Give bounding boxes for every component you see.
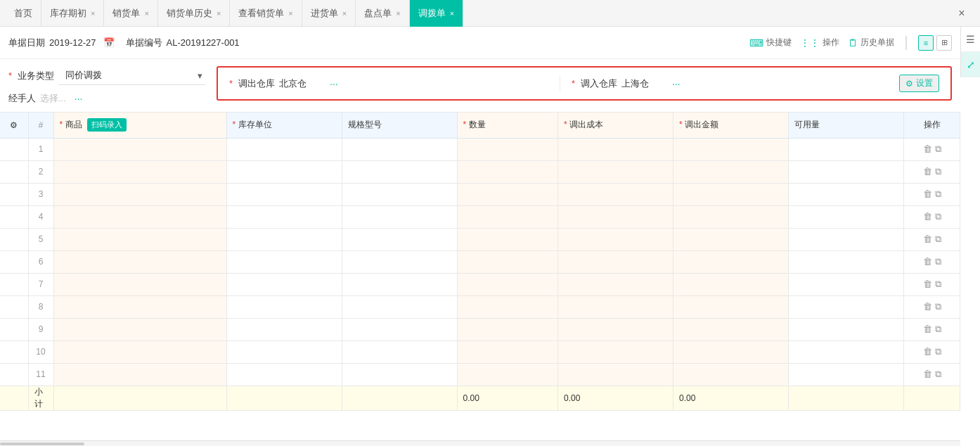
tab-sales-history[interactable]: 销货单历史 × [158, 0, 230, 27]
row-product-cell[interactable] [53, 318, 226, 340]
warehouse-in-more-button[interactable]: ··· [672, 78, 681, 89]
row-cost-cell[interactable] [558, 273, 673, 295]
delete-row-icon[interactable]: 🗑 [923, 189, 932, 199]
delete-row-icon[interactable]: 🗑 [923, 279, 932, 289]
row-product-cell[interactable] [53, 295, 226, 318]
row-unit-cell[interactable] [226, 363, 342, 386]
copy-row-icon[interactable]: ⧉ [935, 189, 941, 199]
warehouse-out-more-button[interactable]: ··· [330, 78, 338, 89]
row-qty-cell[interactable] [457, 228, 558, 250]
history-button[interactable]: 🗒 历史单据 [848, 37, 894, 49]
delete-row-icon[interactable]: 🗑 [923, 256, 932, 267]
tab-close-view-sales[interactable]: × [288, 9, 292, 18]
shortcut-button[interactable]: ⌨ 快捷键 [749, 37, 792, 49]
row-spec-cell[interactable] [342, 340, 457, 363]
row-spec-cell[interactable] [342, 273, 457, 295]
operation-button[interactable]: ⋮⋮ 操作 [800, 37, 839, 49]
tab-inventory-init[interactable]: 库存期初 × [41, 0, 104, 27]
window-close-button[interactable]: × [952, 4, 972, 23]
row-qty-cell[interactable] [457, 273, 558, 295]
scan-entry-button[interactable]: 扫码录入 [87, 118, 127, 132]
row-product-cell[interactable] [53, 273, 226, 295]
warehouse-in-value[interactable]: 上海仓 [621, 77, 664, 90]
row-spec-cell[interactable] [342, 138, 457, 160]
row-unit-cell[interactable] [226, 295, 342, 318]
row-amount-cell[interactable] [673, 273, 789, 295]
row-product-cell[interactable] [53, 363, 226, 386]
row-spec-cell[interactable] [342, 228, 457, 250]
tab-transfer-order[interactable]: 调拨单 × [410, 0, 463, 27]
tab-close-transfer-order[interactable]: × [450, 9, 454, 18]
list-icon[interactable]: ☰ [961, 27, 981, 52]
row-spec-cell[interactable] [342, 318, 457, 340]
row-amount-cell[interactable] [673, 205, 789, 228]
row-amount-cell[interactable] [673, 138, 789, 160]
row-spec-cell[interactable] [342, 183, 457, 205]
row-product-cell[interactable] [53, 250, 226, 273]
row-cost-cell[interactable] [558, 228, 673, 250]
row-product-cell[interactable] [53, 228, 226, 250]
copy-row-icon[interactable]: ⧉ [935, 369, 941, 379]
business-type-input[interactable]: 同价调拨 ▾ [58, 66, 205, 85]
row-amount-cell[interactable] [673, 295, 789, 318]
manager-more-button[interactable]: ··· [75, 93, 83, 104]
row-unit-cell[interactable] [226, 183, 342, 205]
copy-row-icon[interactable]: ⧉ [935, 144, 941, 154]
row-qty-cell[interactable] [457, 250, 558, 273]
tab-close-purchase-order[interactable]: × [342, 9, 347, 18]
warehouse-out-value[interactable]: 北京仓 [279, 77, 321, 90]
copy-row-icon[interactable]: ⧉ [935, 301, 941, 312]
expand-icon[interactable]: ⤢ [961, 52, 981, 77]
tab-sales-order[interactable]: 销货单 × [104, 0, 157, 27]
row-qty-cell[interactable] [457, 160, 558, 183]
grid-view-button[interactable]: ⊞ [936, 35, 952, 51]
row-spec-cell[interactable] [342, 363, 457, 386]
row-cost-cell[interactable] [558, 183, 673, 205]
copy-row-icon[interactable]: ⧉ [935, 234, 941, 244]
row-spec-cell[interactable] [342, 295, 457, 318]
row-unit-cell[interactable] [226, 228, 342, 250]
tab-close-sales-history[interactable]: × [217, 9, 221, 18]
row-qty-cell[interactable] [457, 340, 558, 363]
calendar-icon[interactable]: 📅 [103, 37, 115, 48]
row-cost-cell[interactable] [558, 340, 673, 363]
row-unit-cell[interactable] [226, 160, 342, 183]
row-qty-cell[interactable] [457, 318, 558, 340]
row-cost-cell[interactable] [558, 250, 673, 273]
row-cost-cell[interactable] [558, 363, 673, 386]
row-cost-cell[interactable] [558, 138, 673, 160]
tab-purchase-order[interactable]: 进货单 × [302, 0, 356, 27]
row-unit-cell[interactable] [226, 205, 342, 228]
delete-row-icon[interactable]: 🗑 [923, 301, 932, 312]
row-amount-cell[interactable] [673, 250, 789, 273]
delete-row-icon[interactable]: 🗑 [923, 346, 932, 357]
manager-input[interactable]: 选择... [40, 92, 66, 105]
horizontal-scrollbar[interactable] [0, 440, 960, 446]
row-amount-cell[interactable] [673, 160, 789, 183]
copy-row-icon[interactable]: ⧉ [935, 166, 941, 177]
row-spec-cell[interactable] [342, 205, 457, 228]
row-product-cell[interactable] [53, 340, 226, 363]
delete-row-icon[interactable]: 🗑 [923, 324, 932, 334]
row-qty-cell[interactable] [457, 205, 558, 228]
row-unit-cell[interactable] [226, 273, 342, 295]
row-amount-cell[interactable] [673, 363, 789, 386]
row-cost-cell[interactable] [558, 318, 673, 340]
delete-row-icon[interactable]: 🗑 [923, 144, 932, 154]
delete-row-icon[interactable]: 🗑 [923, 369, 932, 379]
row-qty-cell[interactable] [457, 363, 558, 386]
row-product-cell[interactable] [53, 138, 226, 160]
row-cost-cell[interactable] [558, 160, 673, 183]
row-unit-cell[interactable] [226, 250, 342, 273]
copy-row-icon[interactable]: ⧉ [935, 346, 941, 357]
scrollbar-thumb[interactable] [0, 442, 84, 445]
row-unit-cell[interactable] [226, 340, 342, 363]
row-cost-cell[interactable] [558, 205, 673, 228]
delete-row-icon[interactable]: 🗑 [923, 211, 932, 222]
row-cost-cell[interactable] [558, 295, 673, 318]
tab-close-inventory-check[interactable]: × [396, 9, 400, 18]
list-view-button[interactable]: ≡ [918, 35, 934, 51]
tab-view-sales[interactable]: 查看销货单 × [230, 0, 302, 27]
row-qty-cell[interactable] [457, 295, 558, 318]
row-amount-cell[interactable] [673, 183, 789, 205]
